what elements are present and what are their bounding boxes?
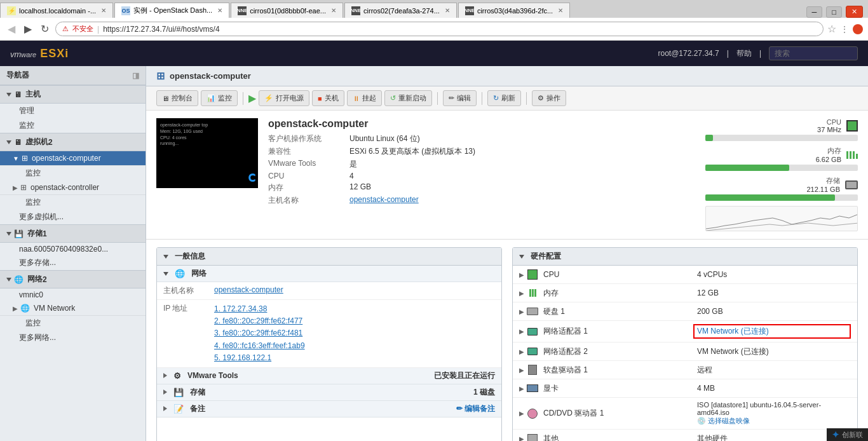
sidebar-section-network: 🌐 网络 2 vmnic0 ▶ 🌐 VM Network 监控 更多网络... [0,270,146,345]
sidebar-item-openstack-controller[interactable]: ▶ ⊞ openstack-controller [0,180,146,195]
ip-value-3[interactable]: 3. fe80::20c:29ff:fe62:f481 [214,327,305,339]
tab-close-localhost[interactable]: ✕ [101,7,106,14]
sidebar-network-header[interactable]: 🌐 网络 2 [0,270,146,288]
gpu-icon [527,383,538,394]
hw-cdrom-choose-link[interactable]: 💿 选择磁盘映像 [697,416,851,426]
edit-label: 编辑 [457,93,471,103]
general-info-header[interactable]: 一般信息 [157,248,501,266]
actions-icon: ⚙ [538,94,544,102]
bottom-bar: ✦ 创新联 [827,428,868,441]
minimize-btn[interactable]: ─ [806,6,823,18]
ip-value-2[interactable]: 2. fe80::20c:29ff:fe62:f477 [214,315,305,327]
tab-close-cirros03[interactable]: ✕ [558,7,563,14]
hw-row-cdrom[interactable]: ▶ CD/DVD 驱动器 1 ISO [datastore1] ubuntu-1… [513,398,857,430]
nic1-icon [527,326,538,337]
sidebar-item-monitor-controller[interactable]: 监控 [0,195,146,210]
network-section-header[interactable]: 🌐 网络 [157,266,501,282]
maximize-btn[interactable]: □ [826,6,842,18]
tab-close-cirros02[interactable]: ✕ [445,7,450,14]
edit-btn[interactable]: ✏ 编辑 [443,90,477,106]
sidebar-item-more-storage[interactable]: 更多存储... [0,255,146,270]
vmtools-title: VMware Tools [187,371,238,380]
disk-icon [527,306,538,317]
ip-value-4[interactable]: 4. fe80::fc16:3eff:feef:1ab9 [214,340,305,352]
compat-label: 兼容性 [268,146,344,157]
reload-btn[interactable]: ↻ [38,22,51,36]
vm-computer-icon: ⊞ [22,154,28,163]
hw-row-nic2[interactable]: ▶ 网络适配器 2 VM Network (已连接) [513,343,857,361]
vm-charts: CPU 37 MHz 内存 6.62 GB [705,118,858,231]
play-icon[interactable]: ▶ [248,92,256,104]
monitor-btn[interactable]: 📊 监控 [201,90,238,106]
hw-row-mem[interactable]: ▶ 内存 12 GB [513,284,857,302]
ip-value-1[interactable]: 1. 172.27.34.38 [214,303,305,315]
hw-row-other[interactable]: ▶ 其他 其他硬件 [513,430,857,441]
notes-title: 备注 [190,404,205,414]
hw-row-cpu[interactable]: ▶ CPU 4 vCPUs [513,266,857,284]
network-hostname-label: 主机名称 [163,285,214,296]
hardware-config-header[interactable]: 硬件配置 [513,248,857,266]
forward-btn[interactable]: ▶ [22,22,34,36]
sidebar-vms-header[interactable]: 🖥 虚拟机 2 [0,133,146,151]
sidebar-collapse-icon[interactable]: ◨ [132,71,139,80]
esxi-help-link[interactable]: 帮助 [736,48,752,59]
browser-window: ⚡ localhost.localdomain -... ✕ OS 实例 - O… [0,0,868,41]
hw-cpu-value: 4 vCPUs [697,270,851,279]
hostname-value[interactable]: openstack-computer [349,195,695,206]
address-box[interactable]: ⚠ 不安全 | https://172.27.34.7/ui/#/host/vm… [55,22,824,36]
tab-cirros01[interactable]: NNE cirros01(0d8bbb0f-eae... ✕ [231,3,343,18]
vmnet-icon: 🌐 [20,304,30,313]
tab-favicon-cirros01: NNE [238,6,247,15]
tab-localhost[interactable]: ⚡ localhost.localdomain -... ✕ [0,3,113,18]
tab-openstack[interactable]: OS 实例 - OpenStack Dash... ✕ [114,3,229,18]
esxi-search-input[interactable] [769,46,858,60]
vmtools-section-header[interactable]: ⚙ VMware Tools 已安装且正在运行 [157,368,501,384]
poweron-btn[interactable]: ⚡ 打开电源 [259,90,309,106]
refresh-btn[interactable]: ↻ 刷新 [487,90,521,106]
sidebar-item-more-network[interactable]: 更多网络... [0,330,146,345]
tab-close-cirros01[interactable]: ✕ [331,7,336,14]
sidebar-host-header[interactable]: 🖥 主机 [0,85,146,104]
sidebar-item-vmnic0[interactable]: vmnic0 [0,288,146,301]
sidebar-item-monitor-host[interactable]: 监控 [0,118,146,133]
restart-btn[interactable]: ↺ 重新启动 [384,90,432,106]
close-btn[interactable]: ✕ [846,6,863,18]
actions-btn[interactable]: ⚙ 操作 [532,90,566,106]
hw-row-disk[interactable]: ▶ 硬盘 1 200 GB [513,302,857,321]
vm-thumbnail[interactable]: openstack-computer top Mem: 12G, 10G use… [156,118,258,188]
sidebar-item-monitor-network[interactable]: 监控 [0,316,146,330]
tab-label-openstack: 实例 - OpenStack Dash... [133,6,212,15]
storage-chart-row: 存储 212.11 GB [705,176,858,193]
notes-section-header[interactable]: 📝 备注 ✏ 编辑备注 [157,401,501,417]
storage-section-header[interactable]: 💾 存储 1 磁盘 [157,384,501,401]
tab-cirros02[interactable]: NNE cirros02(7deafa3a-274... ✕ [344,3,457,18]
hw-row-nic1[interactable]: ▶ 网络适配器 1 VM Network (已连接) [513,321,857,343]
extension-btn[interactable] [853,24,863,34]
sidebar-item-openstack-computer[interactable]: ▼ ⊞ openstack-computer [0,151,146,166]
hw-disk-value: 200 GB [697,307,851,316]
sidebar-item-more-vms[interactable]: 更多虚拟机... [0,210,146,224]
sidebar-item-manage[interactable]: 管理 [0,104,146,118]
tab-label-cirros01: cirros01(0d8bbb0f-eae... [250,7,326,15]
hw-row-gpu[interactable]: ▶ 显卡 4 MB [513,379,857,398]
ip-value-5[interactable]: 5. 192.168.122.1 [214,352,305,364]
poweroff-btn[interactable]: ■ 关机 [312,90,344,106]
storage-chart-icon [845,180,858,189]
bookmark-icon[interactable]: ☆ [827,23,836,35]
notes-edit-btn[interactable]: ✏ 编辑备注 [456,404,495,414]
network-hostname-value[interactable]: openstack-computer [214,285,283,296]
tab-close-openstack[interactable]: ✕ [217,7,222,14]
back-btn[interactable]: ◀ [5,22,18,36]
console-btn[interactable]: 🖥 控制台 [156,90,198,106]
hw-row-floppy[interactable]: ▶ 软盘驱动器 1 远程 [513,361,857,379]
menu-icon[interactable]: ⋮ [840,24,849,34]
sidebar-storage-header[interactable]: 💾 存储 1 [0,224,146,243]
sidebar-item-vm-network[interactable]: ▶ 🌐 VM Network [0,301,146,316]
network-section-title: 网络 [191,268,207,279]
tab-cirros03[interactable]: NNE cirros03(d4ab396d-2fc... ✕ [458,3,570,18]
os-value: Ubuntu Linux (64 位) [349,133,695,144]
sidebar-item-naa[interactable]: naa.60050760409832e0... [0,243,146,255]
network-expand-icon [6,278,11,282]
suspend-btn[interactable]: ⏸ 挂起 [347,90,382,106]
sidebar-item-monitor-computer[interactable]: 监控 [0,166,146,180]
